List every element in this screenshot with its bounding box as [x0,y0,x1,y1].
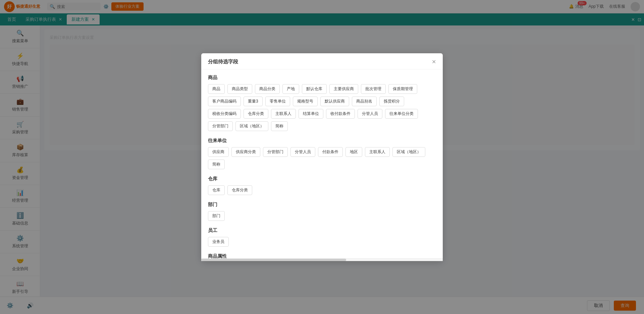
field-tag[interactable]: 分管部门 [263,147,288,157]
field-tag[interactable]: 简称 [271,121,288,131]
modal-header: 分组待选字段 ✕ [201,53,443,69]
field-tag[interactable]: 区域（地区） [392,147,425,157]
field-tag[interactable]: 供应商 [208,147,229,157]
field-tag[interactable]: 重量3 [244,97,263,106]
field-tag[interactable]: 分管人员 [290,147,315,157]
section-employee-title: 员工 [208,228,436,234]
field-tag[interactable]: 零售单位 [265,97,290,106]
section-warehouse-title: 仓库 [208,176,436,182]
field-tag[interactable]: 仓库分类 [227,185,252,195]
field-tag[interactable]: 仓库 [208,185,225,195]
field-tag[interactable]: 往来单位分类 [385,109,418,119]
field-tag[interactable]: 默认仓库 [302,84,327,94]
field-tag[interactable]: 结算单位 [299,109,323,119]
section-product: 商品 商品 商品类型 商品分类 产地 默认仓库 主要供应商 批次管理 保质期管理… [208,75,436,131]
section-product-title: 商品 [208,75,436,81]
field-tag[interactable]: 业务员 [208,237,229,247]
modal-overlay: 分组待选字段 ✕ 商品 商品 商品类型 商品分类 产地 默认仓库 主要供应商 批… [0,0,644,314]
field-tag[interactable]: 分管部门 [208,121,233,131]
section-product-attr: 商品属性 属性 颜色 多规格 尺码 鞋码 1 [208,253,436,258]
section-counterparty-fields: 供应商 供应商分类 分管部门 分管人员 付款条件 地区 主联系人 区域（地区） … [208,147,436,169]
field-tag[interactable]: 主联系人 [365,147,390,157]
field-tag[interactable]: 分管人员 [358,109,382,119]
section-warehouse-fields: 仓库 仓库分类 [208,185,436,195]
field-tag[interactable]: 主联系人 [271,109,296,119]
field-tag[interactable]: 产地 [282,84,299,94]
section-employee: 员工 业务员 [208,228,436,247]
field-tag[interactable]: 地区 [345,147,362,157]
field-tag[interactable]: 商品类型 [227,84,252,94]
field-tag[interactable]: 部门 [208,211,225,221]
field-tag[interactable]: 客户商品编码 [208,97,241,106]
modal-close-button[interactable]: ✕ [432,59,436,65]
section-department: 部门 部门 [208,202,436,221]
field-tag[interactable]: 收付款条件 [326,109,355,119]
field-tag[interactable]: 默认供应商 [320,97,349,106]
section-product-fields: 商品 商品类型 商品分类 产地 默认仓库 主要供应商 批次管理 保质期管理 客户… [208,84,436,131]
field-tag[interactable]: 保质期管理 [388,84,417,94]
section-department-title: 部门 [208,202,436,208]
field-tag[interactable]: 区域（地区） [235,121,268,131]
field-tag[interactable]: 拣货积分 [379,97,404,106]
section-department-fields: 部门 [208,211,436,221]
field-tag[interactable]: 商品 [208,84,225,94]
field-tag[interactable]: 规格型号 [293,97,318,106]
section-product-attr-title: 商品属性 [208,253,436,258]
field-tag[interactable]: 供应商分类 [231,147,260,157]
field-tag[interactable]: 税收分类编码 [208,109,241,119]
field-tag[interactable]: 主要供应商 [329,84,358,94]
field-tag[interactable]: 付款条件 [318,147,343,157]
section-counterparty-title: 往来单位 [208,138,436,144]
field-tag[interactable]: 批次管理 [361,84,386,94]
section-employee-fields: 业务员 [208,237,436,247]
field-select-modal: 分组待选字段 ✕ 商品 商品 商品类型 商品分类 产地 默认仓库 主要供应商 批… [201,53,443,261]
section-warehouse: 仓库 仓库 仓库分类 [208,176,436,195]
field-tag[interactable]: 商品分类 [255,84,280,94]
field-tag[interactable]: 简称 [208,160,225,169]
modal-body: 商品 商品 商品类型 商品分类 产地 默认仓库 主要供应商 批次管理 保质期管理… [201,69,443,258]
modal-horizontal-scrollbar[interactable] [201,258,443,261]
field-tag[interactable]: 仓库分类 [244,109,268,119]
modal-title: 分组待选字段 [208,59,238,65]
field-tag[interactable]: 商品别名 [352,97,377,106]
section-counterparty: 往来单位 供应商 供应商分类 分管部门 分管人员 付款条件 地区 主联系人 区域… [208,138,436,169]
